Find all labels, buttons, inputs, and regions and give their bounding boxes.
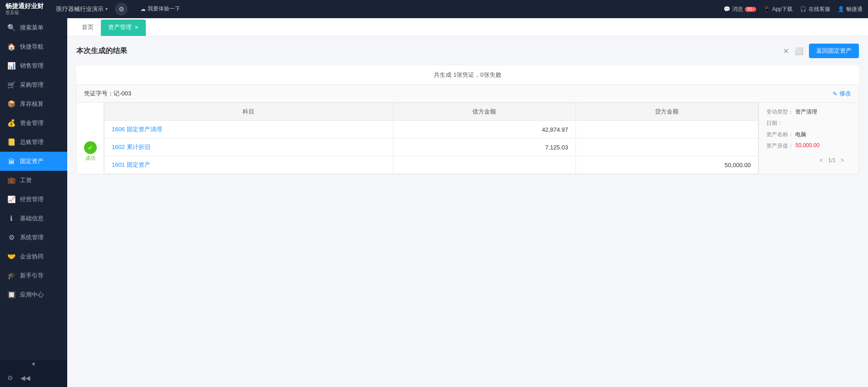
- pagination: < 1/1 >: [766, 154, 851, 167]
- company-name: 医疗器械行业演示: [56, 5, 104, 13]
- return-button[interactable]: 返回固定资产: [809, 44, 859, 58]
- chevron-down-icon: ▾: [105, 6, 108, 11]
- sidebar-label-collab: 企业协同: [20, 253, 44, 261]
- sidebar-bottom: ⚙ ◀◀: [0, 369, 67, 387]
- cloud-icon: ☁: [140, 6, 146, 12]
- sidebar-label-fixed-assets: 固定资产: [20, 157, 44, 165]
- table-row: 1602 累计折旧 7,125.03: [104, 139, 759, 156]
- ledger-icon: 📒: [7, 138, 15, 146]
- header-left: 畅捷通好业财 普及版 医疗器械行业演示 ▾ ⚙ ☁ 我要体验一下: [5, 2, 180, 16]
- page-indicator: 1/1: [828, 157, 836, 164]
- side-info-row-original: 资产原值： 50,000.00: [766, 142, 851, 150]
- voucher-table: 科目 借方金额 贷方金额 1606 固定资产清理 42,874.: [104, 103, 759, 174]
- voucher-table-wrapper: 科目 借方金额 贷方金额 1606 固定资产清理 42,874.: [104, 103, 759, 174]
- messages-button[interactable]: 💬 消息 99+: [724, 5, 756, 13]
- table-row: 1606 固定资产清理 42,874.97: [104, 121, 759, 139]
- sidebar-item-operations[interactable]: 📈 经营管理: [0, 190, 67, 209]
- change-type-value: 资产清理: [795, 108, 817, 116]
- sidebar-item-fixed-assets[interactable]: 🏛 固定资产: [0, 152, 67, 171]
- success-label: 成功: [84, 155, 97, 162]
- panel-close-icon[interactable]: ✕: [783, 47, 789, 55]
- sidebar-item-ledger[interactable]: 📒 总账管理: [0, 133, 67, 152]
- company-selector[interactable]: 医疗器械行业演示 ▾: [56, 5, 108, 13]
- system-icon: ⚙: [7, 233, 15, 242]
- message-icon: 💬: [724, 6, 730, 12]
- settings-button[interactable]: ⚙: [115, 3, 128, 15]
- sidebar-item-inventory[interactable]: 📦 库存核算: [0, 94, 67, 114]
- user-label: 畅捷通: [846, 5, 863, 13]
- page-header: 本次生成的结果 ✕ ⬜ 返回固定资产: [76, 44, 859, 58]
- sidebar-item-system[interactable]: ⚙ 系统管理: [0, 228, 67, 247]
- user-icon: 👤: [838, 6, 844, 12]
- subject-1602[interactable]: 1602 累计折旧: [104, 139, 393, 156]
- user-button[interactable]: 👤 畅捷通: [838, 5, 863, 13]
- table-header-row: 科目 借方金额 贷方金额: [104, 103, 759, 121]
- prev-page-button[interactable]: <: [820, 157, 823, 164]
- sidebar-label-operations: 经营管理: [20, 195, 44, 203]
- sidebar-label-finance: 资金管理: [20, 119, 44, 127]
- info-icon: ℹ: [7, 214, 15, 223]
- voucher-container: 凭证字号：记-003 ✎ 修改: [76, 84, 859, 174]
- voucher-header: 凭证字号：记-003 ✎ 修改: [77, 85, 858, 103]
- app-download-label: App下载: [772, 5, 793, 13]
- sidebar-item-collab[interactable]: 🤝 企业协同: [0, 247, 67, 266]
- voucher-body: ✓ 成功 科目: [77, 103, 858, 174]
- sidebar-label-app-center: 应用中心: [20, 291, 44, 299]
- online-support-label: 在线客服: [808, 5, 830, 13]
- date-label: 日期：: [766, 119, 783, 127]
- page-content: 本次生成的结果 ✕ ⬜ 返回固定资产 共生成 1张凭证，0张失败 凭证字号：记-…: [67, 36, 868, 387]
- sidebar-scroll: 🔍 搜索菜单 🏠 快捷导航 📊 销售管理 🛒 采购管理 📦 库存核算 💰: [0, 18, 67, 360]
- side-info-panel: 变动类型： 资产清理 日期： 资产名称： 电脑 资产原值：: [759, 103, 858, 174]
- voucher-table-area: ✓ 成功 科目: [77, 103, 759, 174]
- header-right: 💬 消息 99+ 📱 App下载 🎧 在线客服 👤 畅捷通: [724, 5, 863, 13]
- app-name: 畅捷通好业财: [5, 2, 44, 10]
- page-title: 本次生成的结果: [76, 46, 127, 56]
- checkmark-icon: ✓: [88, 144, 93, 151]
- sidebar-label-inventory: 库存核算: [20, 100, 44, 108]
- table-row: 1601 固定资产 50,000.00: [104, 156, 759, 174]
- tab-close-icon[interactable]: ✕: [134, 25, 139, 30]
- subject-1606[interactable]: 1606 固定资产清理: [104, 121, 393, 139]
- debit-1606: 42,874.97: [393, 121, 575, 139]
- edit-label: 修改: [839, 89, 851, 98]
- sidebar-label-sales: 销售管理: [20, 62, 44, 70]
- asset-name-value: 电脑: [795, 131, 806, 139]
- sidebar-label-quicknav: 快捷导航: [20, 43, 44, 51]
- tabs-bar: 首页 资产管理 ✕: [67, 18, 868, 36]
- sidebar-item-guide[interactable]: 🎓 新手引导: [0, 266, 67, 285]
- sidebar-label-guide: 新手引导: [20, 272, 44, 280]
- subject-1601[interactable]: 1601 固定资产: [104, 156, 393, 174]
- online-support-button[interactable]: 🎧 在线客服: [800, 5, 830, 13]
- sidebar-item-search[interactable]: 🔍 搜索菜单: [0, 18, 67, 37]
- edit-button[interactable]: ✎ 修改: [833, 89, 851, 98]
- app-download-button[interactable]: 📱 App下载: [764, 5, 793, 13]
- status-column: ✓ 成功: [77, 103, 104, 174]
- sidebar-item-app-center[interactable]: 🔲 应用中心: [0, 285, 67, 304]
- panel-expand-icon[interactable]: ⬜: [794, 47, 804, 55]
- tab-asset-management[interactable]: 资产管理 ✕: [101, 20, 146, 36]
- experience-button[interactable]: ☁ 我要体验一下: [140, 5, 180, 13]
- sidebar-item-quicknav[interactable]: 🏠 快捷导航: [0, 37, 67, 56]
- inventory-icon: 📦: [7, 100, 15, 108]
- sidebar-collapse-icon[interactable]: ◀◀: [20, 374, 30, 382]
- sidebar-item-purchase[interactable]: 🛒 采购管理: [0, 75, 67, 94]
- main-layout: 🔍 搜索菜单 🏠 快捷导航 📊 销售管理 🛒 采购管理 📦 库存核算 💰: [0, 18, 868, 387]
- sidebar-item-payroll[interactable]: 💼 工资: [0, 171, 67, 190]
- sidebar-item-sales[interactable]: 📊 销售管理: [0, 56, 67, 75]
- sidebar-settings-icon[interactable]: ⚙: [7, 374, 13, 382]
- asset-name-label: 资产名称：: [766, 131, 794, 139]
- sidebar-item-basic-info[interactable]: ℹ 基础信息: [0, 209, 67, 228]
- side-info-row-name: 资产名称： 电脑: [766, 131, 851, 139]
- sidebar-scroll-down[interactable]: ▼: [0, 360, 67, 369]
- support-icon: 🎧: [800, 6, 807, 12]
- edit-icon: ✎: [833, 90, 838, 97]
- search-icon: 🔍: [7, 24, 15, 32]
- col-debit: 借方金额: [393, 103, 575, 121]
- col-subject: 科目: [104, 103, 393, 121]
- app-center-icon: 🔲: [7, 291, 15, 299]
- next-page-button[interactable]: >: [841, 157, 844, 164]
- sidebar-item-finance[interactable]: 💰 资金管理: [0, 114, 67, 133]
- home-icon: 🏠: [7, 43, 15, 51]
- tab-home[interactable]: 首页: [74, 20, 101, 36]
- messages-label: 消息: [732, 5, 743, 13]
